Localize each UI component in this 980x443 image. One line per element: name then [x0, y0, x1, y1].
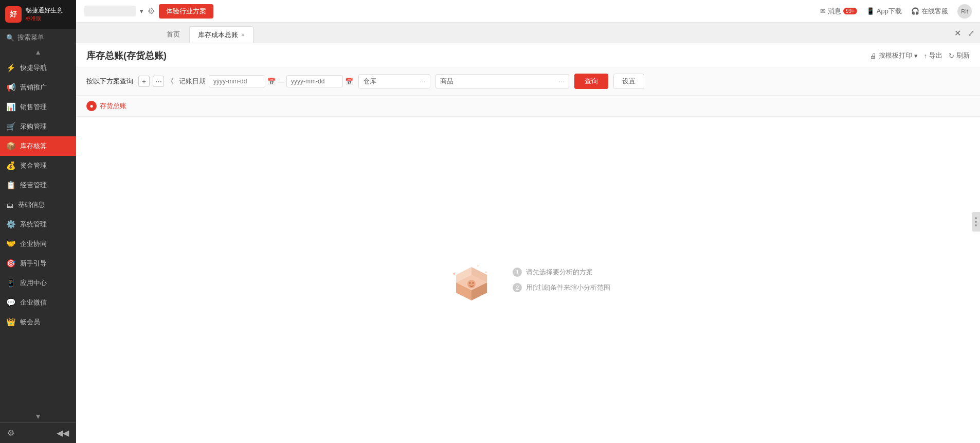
- sidebar-item-newbie[interactable]: 🎯 新手引导: [0, 254, 76, 273]
- tab-inventory-cost[interactable]: 库存成本总账 ×: [189, 26, 253, 43]
- page-header: 库存总账(存货总账) 🖨 按模板打印 ▾ ↑ 导出 ↻ 刷新: [76, 43, 980, 67]
- sidebar-item-purchase[interactable]: 🛒 采购管理: [0, 117, 76, 136]
- sidebar-nav: ⚡ 快捷导航 📢 营销推广 📊 销售管理 🛒 采购管理 📦 库存核算 💰 资金管…: [0, 58, 76, 411]
- filter-actions: + ⋯ 《: [138, 76, 174, 87]
- tip-number-2: 2: [513, 283, 522, 292]
- date-start-input[interactable]: [209, 75, 265, 87]
- scroll-up-btn[interactable]: ▲: [0, 46, 76, 58]
- empty-tip-1: 1 请先选择要分析的方案: [513, 268, 610, 277]
- sidebar-item-system[interactable]: ⚙️ 系统管理: [0, 215, 76, 234]
- main-area: ▾ ⚙ 体验行业方案 ✉ 消息 99+ 📱 App下载 🎧 在线客服 Rit: [76, 0, 980, 443]
- online-service-btn[interactable]: 🎧 在线客服: [911, 7, 948, 16]
- sidebar-item-basic[interactable]: 🗂 基础信息: [0, 195, 76, 215]
- tab-panel-close-btn[interactable]: ✕: [950, 26, 965, 40]
- svg-point-5: [467, 280, 476, 288]
- sidebar-item-sales[interactable]: 📊 销售管理: [0, 97, 76, 117]
- page-title: 库存总账(存货总账): [86, 49, 167, 62]
- refresh-btn[interactable]: ↻ 刷新: [949, 51, 970, 60]
- sidebar-item-member[interactable]: 👑 畅会员: [0, 312, 76, 332]
- wechat-icon: 💬: [6, 298, 16, 307]
- right-panel-toggle[interactable]: [972, 212, 980, 232]
- tabbar: 首页 库存成本总账 × ✕ ⤢: [76, 23, 980, 43]
- svg-point-6: [469, 282, 471, 284]
- empty-tip-2: 2 用[过滤]条件来缩小分析范围: [513, 283, 610, 292]
- sidebar-label-inventory: 库存核算: [20, 141, 47, 151]
- sidebar-label-member: 畅会员: [20, 317, 40, 327]
- export-icon: ↑: [924, 52, 928, 60]
- tip-number-1: 1: [513, 268, 522, 277]
- sales-icon: 📊: [6, 102, 16, 112]
- query-btn[interactable]: 查询: [574, 74, 608, 89]
- printer-icon: 🖨: [870, 52, 877, 60]
- filter-add-btn[interactable]: +: [138, 76, 150, 87]
- tip-text-2: 用[过滤]条件来缩小分析范围: [526, 283, 610, 292]
- date-end-input[interactable]: [286, 75, 343, 87]
- sidebar-item-wechat[interactable]: 💬 企业微信: [0, 293, 76, 312]
- app-download-label: App下载: [877, 7, 902, 16]
- online-service-label: 在线客服: [921, 7, 948, 16]
- settings-btn[interactable]: 设置: [613, 74, 644, 89]
- date-field: 记账日期 📅 — 📅: [179, 75, 353, 87]
- product-select[interactable]: 商品 ···: [435, 74, 569, 88]
- filter-row: 记账日期 📅 — 📅 仓库 ···: [179, 74, 970, 89]
- page-header-actions: 🖨 按模板打印 ▾ ↑ 导出 ↻ 刷新: [870, 51, 970, 60]
- topbar-right: ✉ 消息 99+ 📱 App下载 🎧 在线客服 Rit: [820, 4, 972, 19]
- breadcrumb: [84, 6, 136, 16]
- sidebar-label-basic: 基础信息: [18, 200, 45, 209]
- messages-badge: 99+: [843, 8, 857, 14]
- app-download-btn[interactable]: 📱 App下载: [866, 7, 902, 16]
- empty-tips: 1 请先选择要分析的方案 2 用[过滤]条件来缩小分析范围: [513, 268, 610, 292]
- calendar-end-icon[interactable]: 📅: [345, 78, 353, 85]
- tab-close-icon[interactable]: ×: [241, 31, 245, 39]
- sidebar-item-quick-nav[interactable]: ⚡ 快捷导航: [0, 58, 76, 78]
- sidebar-label-app-center: 应用中心: [20, 278, 47, 288]
- date-separator: —: [278, 78, 284, 85]
- tab-expand-btn[interactable]: ⤢: [964, 26, 978, 40]
- home-tab-label: 首页: [167, 30, 180, 39]
- svg-text:✦: ✦: [477, 264, 479, 268]
- export-btn[interactable]: ↑ 导出: [924, 51, 943, 60]
- sidebar-logo: 好 畅捷通好生意 标准版: [0, 0, 76, 29]
- sidebar-item-marketing[interactable]: 📢 营销推广: [0, 78, 76, 97]
- product-more-icon[interactable]: ···: [558, 77, 565, 85]
- inventory-icon: 📦: [6, 141, 16, 151]
- business-icon: 📋: [6, 181, 16, 190]
- sidebar-search[interactable]: 🔍 搜索菜单: [0, 29, 76, 46]
- sidebar: 好 畅捷通好生意 标准版 🔍 搜索菜单 ▲ ⚡ 快捷导航 📢 营销推广 📊 销售…: [0, 0, 76, 443]
- sidebar-label-enterprise: 企业协同: [20, 239, 47, 249]
- filter-options-btn[interactable]: ⋯: [153, 76, 164, 87]
- print-template-btn[interactable]: 🖨 按模板打印 ▾: [870, 51, 918, 60]
- empty-state: ✦ ✦ ✦ 1 请先选择要分析的方案 2 用[过滤]条件来缩小分析范围: [76, 117, 980, 443]
- calendar-start-icon[interactable]: 📅: [267, 78, 276, 85]
- footer-settings-icon[interactable]: ⚙: [7, 428, 14, 438]
- sidebar-item-finance[interactable]: 💰 资金管理: [0, 156, 76, 175]
- sidebar-item-inventory[interactable]: 📦 库存核算: [0, 136, 76, 156]
- filter-collapse-btn[interactable]: 《: [167, 77, 174, 86]
- user-avatar[interactable]: Rit: [957, 4, 972, 19]
- sidebar-label-sales: 销售管理: [20, 102, 47, 112]
- warehouse-select[interactable]: 仓库 ···: [358, 74, 430, 88]
- user-name: Rit: [961, 8, 968, 14]
- warehouse-more-icon[interactable]: ···: [420, 77, 426, 85]
- enterprise-icon: 🤝: [6, 239, 16, 249]
- topbar-settings-icon[interactable]: ⚙: [148, 6, 155, 16]
- scroll-down-btn[interactable]: ▼: [0, 411, 76, 422]
- messages-btn[interactable]: ✉ 消息 99+: [820, 7, 857, 16]
- dropdown-arrow-icon[interactable]: ▾: [140, 7, 143, 15]
- svg-point-7: [473, 282, 474, 284]
- scheme-item[interactable]: ● 存货总账: [86, 101, 126, 111]
- svg-text:✦: ✦: [484, 270, 488, 275]
- sidebar-item-enterprise[interactable]: 🤝 企业协同: [0, 234, 76, 254]
- sidebar-label-quick-nav: 快捷导航: [20, 63, 47, 73]
- tab-home[interactable]: 首页: [158, 26, 188, 43]
- basic-icon: 🗂: [6, 201, 14, 209]
- footer-collapse-icon[interactable]: ◀◀: [57, 428, 69, 438]
- topbar-left: ▾ ⚙ 体验行业方案: [84, 4, 815, 19]
- purchase-icon: 🛒: [6, 122, 16, 131]
- search-icon: 🔍: [6, 34, 14, 42]
- refresh-label: 刷新: [956, 51, 970, 60]
- sidebar-item-app-center[interactable]: 📱 应用中心: [0, 273, 76, 293]
- sidebar-item-business[interactable]: 📋 经营管理: [0, 175, 76, 195]
- industry-btn[interactable]: 体验行业方案: [159, 4, 213, 19]
- scheme-icon: ●: [86, 101, 97, 111]
